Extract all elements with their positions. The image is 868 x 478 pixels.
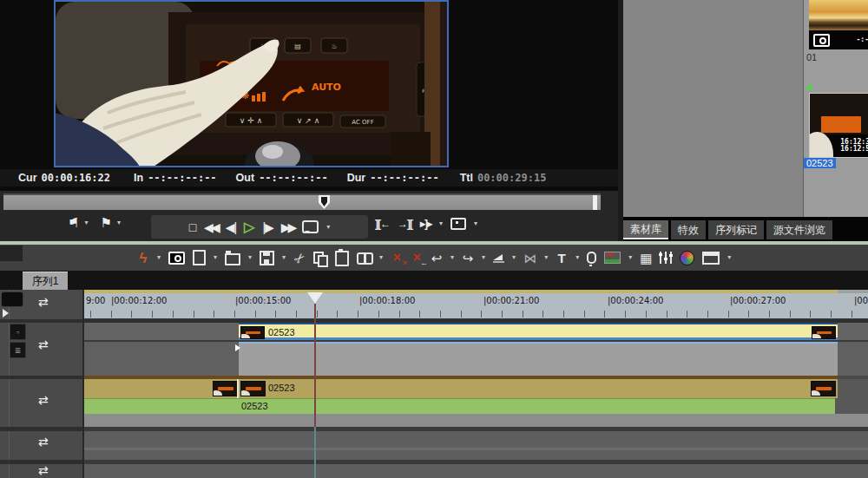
audio-track-sub-row[interactable] xyxy=(84,414,868,427)
audio-track-button[interactable]: ≣ xyxy=(10,342,26,358)
timecode-bar: Cur 00:00:16:22 In --:--:--:-- Out --:--… xyxy=(0,169,618,187)
stop-button[interactable]: □ xyxy=(189,221,196,233)
play-button[interactable]: ▷ xyxy=(244,220,254,234)
asset-photo-label[interactable]: 01 xyxy=(806,52,817,62)
olive-clip-pair[interactable]: 02523 xyxy=(84,379,838,398)
track-3-sub-row[interactable] xyxy=(84,450,868,460)
transition-icon[interactable]: ⋈ xyxy=(523,252,536,265)
screenshot-camera-icon[interactable] xyxy=(168,252,185,265)
clip-start-thumbnail xyxy=(240,326,265,339)
ac-off-label: AC OFF xyxy=(352,119,373,126)
new-dropdown-icon[interactable]: ▾ xyxy=(214,254,217,261)
asset-video-label[interactable]: 02523 xyxy=(804,158,836,168)
timeline-playhead-line[interactable] xyxy=(314,304,316,427)
undo-dropdown-icon[interactable]: ▾ xyxy=(450,254,454,261)
cut-scissors-icon[interactable]: ✂ xyxy=(291,249,309,267)
seek-playhead-marker[interactable] xyxy=(319,195,330,209)
ruler-label: |00:00:12:00 xyxy=(111,296,167,305)
open-project-icon[interactable] xyxy=(225,253,240,265)
layout-dropdown-icon[interactable]: ▾ xyxy=(727,254,731,261)
video-track-button[interactable]: ▫ xyxy=(10,324,26,340)
title-dropdown-icon[interactable]: ▾ xyxy=(575,254,579,261)
display-mode-dropdown-icon[interactable]: ▾ xyxy=(474,220,477,227)
razor-cut-icon[interactable] xyxy=(493,252,504,263)
track2-sync-icon[interactable]: ⇄ xyxy=(38,394,49,406)
panel-layout-icon[interactable] xyxy=(702,252,720,265)
timeline-toolbar: ϟ ▾ ▾ ▾ ▾ ✂ ▾ ×× ×← ↩ ▾ ↪ ▾ ▾ ⋈ ▾ T ▾ xyxy=(0,245,868,271)
set-out-dropdown-icon[interactable]: ▾ xyxy=(117,219,121,226)
set-out-flag-button[interactable]: ⚑ xyxy=(100,216,111,229)
razor-dropdown-icon[interactable]: ▾ xyxy=(512,254,516,261)
asset-photo-thumbnail[interactable]: -:- xyxy=(809,0,868,49)
save-project-icon[interactable] xyxy=(260,251,274,265)
save-dropdown-icon[interactable]: ▾ xyxy=(282,254,286,261)
video-track-1[interactable]: 02523 xyxy=(84,323,868,340)
duplicate-icon[interactable] xyxy=(357,252,372,264)
track4-sync-icon[interactable]: ⇄ xyxy=(38,464,49,476)
seek-bar[interactable] xyxy=(3,193,601,210)
set-in-flag-button[interactable]: ⚑ xyxy=(68,216,79,229)
clip-boundary xyxy=(237,379,239,398)
voiceover-mic-icon[interactable] xyxy=(587,252,596,264)
rewind-button[interactable]: ◀◀ xyxy=(204,221,218,233)
jump-to-out-button[interactable]: →][ xyxy=(398,219,412,229)
export-dropdown-icon[interactable]: ▾ xyxy=(628,254,632,261)
tab-material-library[interactable]: 素材库 xyxy=(623,220,668,239)
audio-clip-green[interactable]: 02523 xyxy=(84,398,835,414)
delete-icon[interactable]: ×× xyxy=(391,251,403,265)
video-track-1-mixer-area[interactable] xyxy=(84,342,868,376)
ruler-sync-icon[interactable]: ⇄ xyxy=(38,296,49,308)
play-around-dropdown-icon[interactable]: ▾ xyxy=(439,220,443,227)
tab-source-browser[interactable]: 源文件浏览 xyxy=(766,220,832,239)
paste-icon[interactable] xyxy=(335,251,349,266)
tab-sequence-1[interactable]: 序列1 xyxy=(23,272,68,291)
display-mode-icon[interactable] xyxy=(450,218,466,230)
loop-dropdown-icon[interactable]: ▾ xyxy=(326,224,330,231)
track-3-empty[interactable] xyxy=(84,431,868,448)
seek-end-marker xyxy=(593,195,597,210)
set-in-dropdown-icon[interactable]: ▾ xyxy=(84,219,88,226)
next-frame-button[interactable]: |▶ xyxy=(262,221,273,233)
video-clip-selected[interactable]: 02523 xyxy=(239,323,838,340)
track3-sync-icon[interactable]: ⇄ xyxy=(38,435,49,448)
undo-icon[interactable]: ↩ xyxy=(431,252,443,265)
open-dropdown-icon[interactable]: ▾ xyxy=(248,254,252,261)
clipB-end-thumbnail xyxy=(811,381,836,396)
flash-dropdown-icon[interactable]: ▾ xyxy=(157,254,161,261)
track1-sync-icon[interactable]: ⇄ xyxy=(38,338,49,350)
transition-dropdown-icon[interactable]: ▾ xyxy=(544,254,548,261)
timeline-ruler[interactable]: 9:00 |00:00:12:00 |00:00:15:00 |00:00:18… xyxy=(84,290,868,318)
video-track-2[interactable]: 02523 xyxy=(84,379,868,398)
audio-mixer-icon[interactable] xyxy=(660,252,672,264)
color-correction-icon[interactable] xyxy=(680,251,694,265)
play-around-cursor-button[interactable]: ▸]▸ xyxy=(420,219,431,229)
fast-forward-button[interactable]: ▶▶ xyxy=(281,221,295,233)
jump-to-in-button[interactable]: ][← xyxy=(375,219,390,229)
audio-track-2[interactable]: 02523 xyxy=(84,398,868,414)
capture-flash-icon[interactable]: ϟ xyxy=(137,251,149,265)
clip-name-label: 02523 xyxy=(241,402,268,411)
video-editor-window: ♨ ▤ ♨ 18 c ❋ AUTO PWR ∨ ✛ ∧ ∨ ↗ ∧ A xyxy=(0,0,868,478)
export-icon[interactable] xyxy=(604,252,621,264)
track-4-empty[interactable] xyxy=(84,464,868,478)
tab-sequence-markers[interactable]: 序列标记 xyxy=(708,220,764,239)
redo-icon[interactable]: ↪ xyxy=(462,252,474,265)
ruler-label: |00:00:15:00 xyxy=(235,296,291,305)
timeline-playhead-handle[interactable] xyxy=(307,292,323,311)
prev-frame-button[interactable]: ◀| xyxy=(226,221,236,233)
video-preview[interactable]: ♨ ▤ ♨ 18 c ❋ AUTO PWR ∨ ✛ ∧ ∨ ↗ ∧ A xyxy=(54,0,449,167)
grid-keypad-icon[interactable]: ▦ xyxy=(640,252,652,265)
asset-video-thumbnail[interactable]: 16:12:3 16:12:5 xyxy=(809,93,868,158)
clip-mixer-region[interactable] xyxy=(239,342,838,376)
duplicate-dropdown-icon[interactable]: ▾ xyxy=(379,254,383,261)
title-tool-icon[interactable]: T xyxy=(556,252,568,265)
new-sequence-icon[interactable] xyxy=(193,250,206,265)
redo-dropdown-icon[interactable]: ▾ xyxy=(482,254,485,261)
copy-icon[interactable] xyxy=(313,252,327,265)
loop-playback-icon[interactable] xyxy=(302,220,319,233)
tab-effects[interactable]: 特效 xyxy=(671,220,706,239)
cur-label: Cur xyxy=(18,172,37,184)
ripple-delete-icon[interactable]: ×← xyxy=(411,251,423,265)
filmstrip-icon xyxy=(814,138,826,154)
track-master-button[interactable] xyxy=(1,291,23,307)
